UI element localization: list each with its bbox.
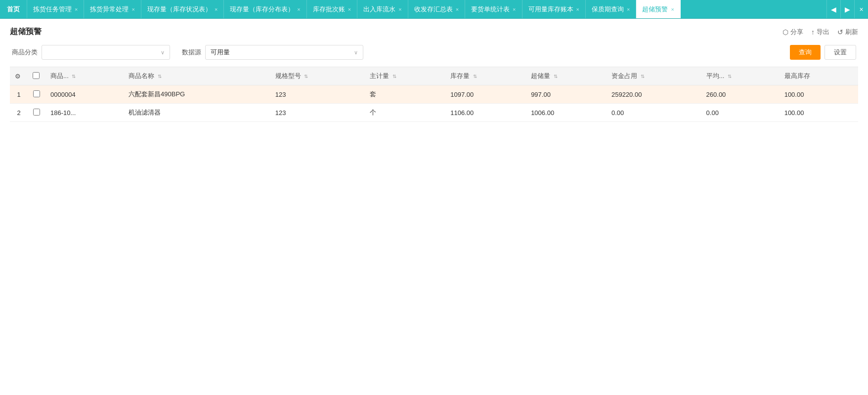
datasource-value: 可用量	[211, 48, 230, 57]
sort-icon-unit: ⇅	[392, 74, 396, 79]
filter-actions: 查询 设置	[790, 45, 856, 60]
row-overstock-1: 1006.00	[526, 104, 607, 122]
checkbox-header[interactable]	[28, 67, 45, 85]
top-nav: 首页 拣货任务管理 × 拣货异常处理 × 现存量（库存状况表） × 现存量（库存…	[0, 0, 868, 19]
close-tab-9[interactable]: ×	[627, 6, 630, 12]
refresh-button[interactable]: ↺ 刷新	[837, 28, 858, 37]
page-header: 超储预警 ⬡ 分享 ↑ 导出 ↺ 刷新	[10, 27, 858, 37]
export-button[interactable]: ↑ 导出	[811, 28, 829, 37]
close-tab-6[interactable]: ×	[456, 6, 459, 12]
nav-tab-9[interactable]: 保质期查询 ×	[586, 0, 636, 18]
row-capital-1: 0.00	[607, 104, 701, 122]
row-avg-1: 0.00	[701, 104, 780, 122]
settings-button[interactable]: 设置	[825, 45, 856, 60]
th-unit[interactable]: 主计量 ⇅	[365, 67, 445, 85]
datasource-select[interactable]: 可用量 ∨	[205, 45, 363, 60]
nav-arrow-close[interactable]: ×	[854, 0, 868, 19]
row-product-code-1: 186-10...	[45, 104, 124, 122]
main-content: 超储预警 ⬡ 分享 ↑ 导出 ↺ 刷新 商品分类 ∨ 数据源	[0, 19, 868, 395]
sort-icon-name: ⇅	[158, 74, 162, 79]
row-num-1: 2	[10, 104, 28, 122]
page-title: 超储预警	[10, 27, 42, 37]
category-filter-group: 商品分类 ∨	[12, 45, 170, 60]
table-row: 2 186-10... 机油滤清器 123 个 1106.00 1006.00 …	[10, 104, 858, 122]
refresh-icon: ↺	[837, 28, 843, 36]
close-tab-5[interactable]: ×	[398, 6, 401, 12]
sort-icon-overstock: ⇅	[554, 74, 558, 79]
row-spec-0: 123	[270, 85, 365, 104]
select-all-checkbox[interactable]	[33, 72, 40, 79]
nav-tab-5[interactable]: 出入库流水 ×	[357, 0, 408, 18]
close-tab-2[interactable]: ×	[215, 6, 217, 12]
datasource-filter-group: 数据源 可用量 ∨	[182, 45, 363, 60]
table-row: 1 0000004 六配套新昌490BPG 123 套 1097.00 997.…	[10, 85, 858, 104]
th-stock[interactable]: 库存量 ⇅	[445, 67, 526, 85]
close-tab-4[interactable]: ×	[348, 6, 351, 12]
row-unit-1: 个	[365, 104, 445, 122]
nav-tab-8[interactable]: 可用量库存账本 ×	[522, 0, 586, 18]
nav-tab-2[interactable]: 现存量（库存状况表） ×	[141, 0, 224, 18]
share-button[interactable]: ⬡ 分享	[782, 28, 803, 37]
nav-tab-6[interactable]: 收发存汇总表 ×	[408, 0, 465, 18]
row-spec-1: 123	[270, 104, 365, 122]
sort-icon-code: ⇅	[72, 74, 76, 79]
query-button[interactable]: 查询	[790, 45, 821, 60]
share-icon: ⬡	[782, 28, 788, 36]
nav-tab-1[interactable]: 拣货异常处理 ×	[84, 0, 141, 18]
close-tab-3[interactable]: ×	[297, 6, 300, 12]
gear-icon: ⚙	[15, 73, 21, 80]
th-avg[interactable]: 平均... ⇅	[701, 67, 780, 85]
close-tab-7[interactable]: ×	[513, 6, 516, 12]
nav-home[interactable]: 首页	[0, 0, 27, 18]
nav-arrows: ◀ ▶ ×	[826, 0, 868, 19]
sort-icon-avg: ⇅	[728, 74, 732, 79]
nav-arrow-left[interactable]: ◀	[826, 0, 840, 19]
category-dropdown-arrow: ∨	[161, 49, 165, 56]
th-overstock[interactable]: 超储量 ⇅	[526, 67, 607, 85]
header-actions: ⬡ 分享 ↑ 导出 ↺ 刷新	[782, 28, 858, 37]
row-checkbox-cell-1[interactable]	[28, 104, 45, 122]
nav-tab-3[interactable]: 现存量（库存分布表） ×	[224, 0, 306, 18]
th-product-code[interactable]: 商品... ⇅	[45, 67, 124, 85]
row-capital-0: 259220.00	[607, 85, 701, 104]
row-max-stock-1: 100.00	[780, 104, 858, 122]
row-stock-0: 1097.00	[445, 85, 526, 104]
th-capital[interactable]: 资金占用 ⇅	[607, 67, 701, 85]
row-product-code-0: 0000004	[45, 85, 124, 104]
nav-arrow-right[interactable]: ▶	[840, 0, 854, 19]
row-product-name-1: 机油滤清器	[124, 104, 270, 122]
th-product-name[interactable]: 商品名称 ⇅	[124, 67, 270, 85]
close-tab-1[interactable]: ×	[131, 6, 134, 12]
row-max-stock-0: 100.00	[780, 85, 858, 104]
datasource-dropdown-arrow: ∨	[354, 49, 358, 56]
gear-header[interactable]: ⚙	[10, 67, 28, 85]
close-tab-8[interactable]: ×	[576, 6, 579, 12]
row-overstock-0: 997.00	[526, 85, 607, 104]
row-avg-0: 260.00	[701, 85, 780, 104]
category-select[interactable]: ∨	[42, 45, 170, 60]
data-table: ⚙ 商品... ⇅ 商品名称 ⇅ 规格型号 ⇅ 主计量	[10, 67, 858, 122]
close-tab-10[interactable]: ×	[671, 6, 674, 12]
export-icon: ↑	[811, 28, 815, 36]
nav-tab-10[interactable]: 超储预警 ×	[636, 0, 680, 18]
row-product-name-0: 六配套新昌490BPG	[124, 85, 270, 104]
close-tab-0[interactable]: ×	[75, 6, 78, 12]
nav-tab-0[interactable]: 拣货任务管理 ×	[27, 0, 84, 18]
sort-icon-capital: ⇅	[641, 74, 645, 79]
datasource-label: 数据源	[182, 48, 201, 57]
row-checkbox-0[interactable]	[33, 90, 40, 97]
filter-row: 商品分类 ∨ 数据源 可用量 ∨ 查询 设置	[10, 45, 858, 60]
category-label: 商品分类	[12, 48, 38, 57]
row-checkbox-1[interactable]	[33, 109, 40, 116]
row-stock-1: 1106.00	[445, 104, 526, 122]
th-max-stock[interactable]: 最高库存	[780, 67, 858, 85]
sort-icon-stock: ⇅	[473, 74, 477, 79]
row-num-0: 1	[10, 85, 28, 104]
sort-icon-spec: ⇅	[304, 74, 308, 79]
row-unit-0: 套	[365, 85, 445, 104]
nav-tab-4[interactable]: 库存批次账 ×	[307, 0, 357, 18]
nav-tab-7[interactable]: 要货单统计表 ×	[465, 0, 522, 18]
table-header-row: ⚙ 商品... ⇅ 商品名称 ⇅ 规格型号 ⇅ 主计量	[10, 67, 858, 85]
th-spec[interactable]: 规格型号 ⇅	[270, 67, 365, 85]
row-checkbox-cell-0[interactable]	[28, 85, 45, 104]
